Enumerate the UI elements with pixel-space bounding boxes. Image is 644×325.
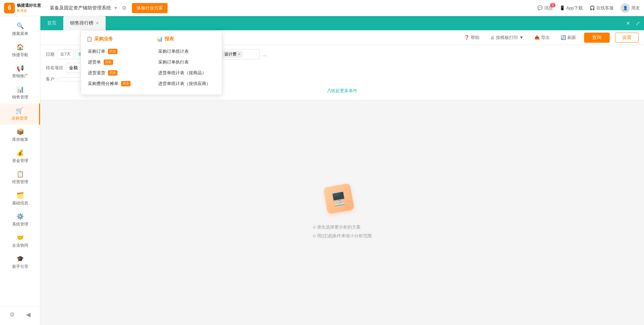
goods-tag-close[interactable]: ✕	[238, 52, 241, 56]
print-icon: 🖨	[490, 35, 495, 40]
date-label: 日期	[46, 51, 55, 57]
empty-state: 🖥️ 请先选择要分析的方案 用[过滤]条件来缩小分析范围	[40, 100, 644, 325]
purchase-business-section: 📋 采购业务 采购订单 历史 进货单 历史 进货退货 历史	[86, 36, 146, 89]
logo-text: 畅捷通好生意 标准版	[17, 3, 41, 13]
money-icon: 💰	[16, 149, 24, 157]
export-btn[interactable]: 📤 导出	[532, 33, 552, 42]
sidebar-collapse-icon[interactable]: ◀	[26, 311, 31, 318]
content-area: 首页 销售排行榜 ✕ ✕ ⤢ 📋 采购业务 采购订单	[40, 16, 644, 325]
system-title-area: 装备及固定资产辅助管理系统 ▼ ⚙ 体验行业方案	[44, 3, 537, 13]
messages-btn[interactable]: 💬 消息 9	[537, 5, 553, 11]
sidebar: 🔍 搜索菜单 🏠 快捷导航 📢 营销推广 📊 销售管理 🛒 采购管理 📦 库存核…	[0, 16, 40, 325]
system-dropdown-icon[interactable]: ▼	[114, 6, 118, 10]
refresh-icon: 🔄	[561, 35, 566, 40]
history-badge-3: 历史	[121, 81, 131, 86]
menu-item-expense-label: 采购费用分摊单	[88, 81, 118, 87]
sidebar-label-inventory: 库存核算	[12, 137, 28, 143]
user-btn[interactable]: 👤 用友	[620, 3, 640, 13]
clipboard-icon: 📋	[16, 170, 24, 178]
tab-home[interactable]: 首页	[40, 16, 63, 30]
sidebar-label-guide: 新手引导	[12, 264, 28, 270]
sidebar-item-finance[interactable]: 💰 资金管理	[0, 146, 40, 167]
goods-input[interactable]: 设计费 ✕	[219, 49, 260, 59]
settings-gear-icon[interactable]: ⚙	[122, 5, 127, 11]
menu-item-order-stat[interactable]: 采购订单统计表	[157, 46, 216, 57]
phone-icon: 📱	[560, 5, 565, 10]
sidebar-item-search[interactable]: 🔍 搜索菜单	[0, 19, 40, 40]
sidebar-item-sales[interactable]: 📊 销售管理	[0, 82, 40, 104]
cart-icon: 🛒	[16, 107, 23, 114]
user-avatar: 👤	[620, 3, 630, 13]
logo-area: 6 畅捷通好生意 标准版	[4, 3, 44, 13]
sidebar-label-basic: 基础信息	[12, 200, 28, 206]
graduation-icon: 🎓	[16, 255, 24, 262]
sidebar-item-quick[interactable]: 🏠 快捷导航	[0, 40, 40, 61]
top-right: 💬 消息 9 📱 App下载 🎧 在线客服 👤 用友	[537, 3, 640, 13]
menu-item-incoming-stat-supplier[interactable]: 进货单统计表（按供应商）	[157, 78, 216, 89]
sidebar-item-purchase[interactable]: 🛒 采购管理	[0, 104, 40, 125]
menu-item-incoming-stat-goods[interactable]: 进货单统计表（按商品）	[157, 68, 216, 78]
menu-item-order-exec[interactable]: 采购订单执行表	[157, 57, 216, 68]
sidebar-label-enterprise: 企业协同	[12, 243, 28, 248]
online-service-btn[interactable]: 🎧 在线客服	[589, 5, 614, 11]
menu-item-purchase-order-label: 采购订单	[88, 48, 105, 54]
sidebar-item-enterprise[interactable]: 🤝 企业协同	[0, 231, 40, 252]
print-btn[interactable]: 🖨 按模板打印 ▼	[488, 33, 526, 42]
help-icon: ❓	[464, 35, 469, 40]
message-icon: 💬	[537, 5, 543, 10]
tab-expand-btn[interactable]: ⤢	[636, 20, 640, 27]
sidebar-label-system: 系统管理	[12, 221, 28, 227]
industry-btn[interactable]: 体验行业方案	[132, 3, 168, 13]
settings-small-btn[interactable]: 设置	[615, 33, 639, 43]
menu-item-order-exec-label: 采购订单执行表	[158, 59, 189, 65]
print-dropdown-icon[interactable]: ▼	[519, 35, 524, 40]
empty-tip-2: 用[过滤]条件来缩小分析范围	[313, 232, 372, 240]
sidebar-label-operation: 经营管理	[12, 179, 28, 185]
sidebar-item-basic[interactable]: 🗂️ 基础信息	[0, 188, 40, 209]
history-badge-2: 历史	[108, 70, 117, 76]
query-btn[interactable]: 查询	[584, 33, 610, 43]
sidebar-item-marketing[interactable]: 📢 营销推广	[0, 61, 40, 82]
sidebar-label-quick: 快捷导航	[12, 52, 28, 58]
menu-item-order-stat-label: 采购订单统计表	[158, 48, 189, 54]
sidebar-settings-icon[interactable]: ⚙	[9, 311, 15, 318]
sidebar-item-inventory[interactable]: 📦 库存核算	[0, 125, 40, 146]
tab-sales-rank[interactable]: 销售排行榜 ✕	[63, 16, 106, 30]
help-btn[interactable]: ❓ 帮助	[461, 33, 482, 42]
gear-icon: ⚙️	[16, 213, 24, 220]
tab-bar-right: ✕ ⤢	[626, 20, 644, 27]
menu-item-incoming-stat-goods-label: 进货单统计表（按商品）	[158, 70, 206, 76]
search-icon: 🔍	[16, 22, 24, 30]
sidebar-item-system[interactable]: ⚙️ 系统管理	[0, 209, 40, 231]
tab-close-btn[interactable]: ✕	[626, 20, 630, 27]
sidebar-item-operation[interactable]: 📋 经营管理	[0, 167, 40, 188]
main-layout: 🔍 搜索菜单 🏠 快捷导航 📢 营销推广 📊 销售管理 🛒 采购管理 📦 库存核…	[0, 16, 644, 325]
tab-bar: 首页 销售排行榜 ✕ ✕ ⤢ 📋 采购业务 采购订单	[40, 16, 644, 30]
collapse-up-icon: ⋀	[327, 88, 331, 94]
tab-sales-rank-label: 销售排行榜	[70, 20, 94, 26]
megaphone-icon: 📢	[16, 65, 24, 72]
app-download-btn[interactable]: 📱 App下载	[560, 5, 583, 11]
box-icon: 📦	[16, 128, 24, 135]
empty-tip-1: 请先选择要分析的方案	[313, 223, 372, 232]
tab-home-label: 首页	[47, 20, 57, 26]
empty-tips: 请先选择要分析的方案 用[过滤]条件来缩小分析范围	[313, 223, 372, 240]
purchase-report-title: 📊 报表	[157, 36, 216, 42]
purchase-business-icon: 📋	[86, 36, 92, 42]
date-period-7[interactable]: 近7天	[57, 49, 74, 59]
sidebar-item-guide[interactable]: 🎓 新手引导	[0, 252, 40, 273]
refresh-btn[interactable]: 🔄 刷新	[558, 33, 579, 42]
menu-item-incoming[interactable]: 进货单 历史	[86, 57, 146, 68]
menu-item-return[interactable]: 进货退货 历史	[86, 68, 146, 78]
history-badge-1: 历史	[104, 59, 113, 65]
empty-icon-inner: 🖥️	[323, 183, 355, 214]
menu-item-incoming-label: 进货单	[88, 59, 101, 65]
tab-close-icon[interactable]: ✕	[96, 21, 99, 26]
sidebar-label-search: 搜索菜单	[12, 31, 28, 37]
menu-item-purchase-order[interactable]: 采购订单 历史	[86, 46, 146, 57]
goods-more-btn[interactable]: ...	[262, 51, 267, 57]
menu-item-expense[interactable]: 采购费用分摊单 历史	[86, 78, 146, 89]
folder-icon: 🗂️	[16, 192, 24, 199]
logo-icon: 6	[4, 3, 15, 13]
home-icon: 🏠	[16, 43, 24, 51]
